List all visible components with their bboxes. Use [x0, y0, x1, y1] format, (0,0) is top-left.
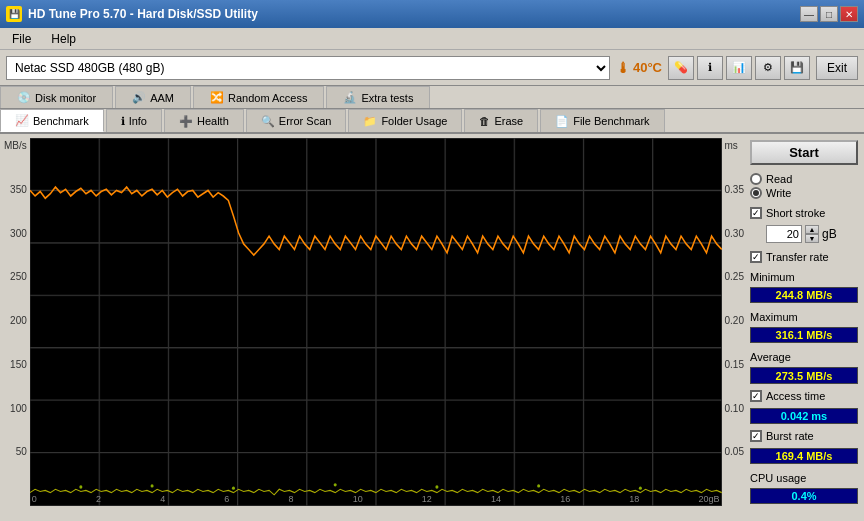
svg-point-23 [435, 485, 438, 488]
read-label: Read [766, 173, 792, 185]
thermometer-icon: 🌡 [616, 60, 630, 76]
stroke-spinner: ▲ ▼ [805, 225, 819, 243]
access-time-label: Access time [766, 390, 825, 402]
bottom-tab-bar: 📈 Benchmark ℹ Info ➕ Health 🔍 Error Scan… [0, 109, 864, 134]
transfer-rate-label: Transfer rate [766, 251, 829, 263]
short-stroke-checkbox[interactable]: ✓ [750, 207, 762, 219]
short-stroke-row[interactable]: ✓ Short stroke [750, 207, 858, 219]
burst-rate-checkbox[interactable]: ✓ [750, 430, 762, 442]
access-time-value: 0.042 ms [750, 408, 858, 424]
svg-point-24 [537, 484, 540, 487]
transfer-rate-checkbox[interactable]: ✓ [750, 251, 762, 263]
info-tab-icon: ℹ [121, 115, 125, 128]
tab-health[interactable]: ➕ Health [164, 109, 244, 132]
aam-icon: 🔊 [132, 91, 146, 104]
health-tab-icon: ➕ [179, 115, 193, 128]
stroke-input[interactable] [766, 225, 802, 243]
close-button[interactable]: ✕ [840, 6, 858, 22]
burst-rate-value: 169.4 MB/s [750, 448, 858, 464]
read-write-group: Read Write [750, 173, 858, 199]
menu-file[interactable]: File [4, 31, 39, 47]
access-time-checkbox[interactable]: ✓ [750, 390, 762, 402]
disk-monitor-icon: 💿 [17, 91, 31, 104]
random-icon: 🔀 [210, 91, 224, 104]
erase-icon: 🗑 [479, 115, 490, 127]
write-label: Write [766, 187, 791, 199]
spinner-up[interactable]: ▲ [805, 225, 819, 234]
info-icon-btn[interactable]: ℹ [697, 56, 723, 80]
write-radio-row[interactable]: Write [750, 187, 858, 199]
tab-info[interactable]: ℹ Info [106, 109, 162, 132]
access-time-row[interactable]: ✓ Access time [750, 390, 858, 402]
y-label-mbs: MB/s [4, 140, 27, 151]
app-title: HD Tune Pro 5.70 - Hard Disk/SSD Utility [28, 7, 258, 21]
top-tab-bar: 💿 Disk monitor 🔊 AAM 🔀 Random Access 🔬 E… [0, 86, 864, 109]
maximize-button[interactable]: □ [820, 6, 838, 22]
benchmark-icon: 📈 [15, 114, 29, 127]
title-bar: 💾 HD Tune Pro 5.70 - Hard Disk/SSD Utili… [0, 0, 864, 28]
tab-aam[interactable]: 🔊 AAM [115, 86, 191, 108]
write-radio[interactable] [750, 187, 762, 199]
menu-help[interactable]: Help [43, 31, 84, 47]
app-icon: 💾 [6, 6, 22, 22]
minimum-value: 244.8 MB/s [750, 287, 858, 303]
minimize-button[interactable]: — [800, 6, 818, 22]
maximum-value: 316.1 MB/s [750, 327, 858, 343]
temperature-value: 40°C [633, 60, 662, 75]
tab-file-benchmark[interactable]: 📄 File Benchmark [540, 109, 664, 132]
start-button[interactable]: Start [750, 140, 858, 165]
drive-select[interactable]: Netac SSD 480GB (480 gB) [6, 56, 610, 80]
benchmark-chart [30, 138, 722, 506]
burst-rate-row[interactable]: ✓ Burst rate [750, 430, 858, 442]
exit-button[interactable]: Exit [816, 56, 858, 80]
window-controls: — □ ✕ [800, 6, 858, 22]
svg-point-20 [150, 484, 153, 487]
tab-error-scan[interactable]: 🔍 Error Scan [246, 109, 347, 132]
temperature-display: 🌡 40°C [616, 60, 662, 76]
svg-point-21 [232, 486, 235, 489]
burst-rate-label: Burst rate [766, 430, 814, 442]
svg-point-22 [333, 483, 336, 486]
read-radio-row[interactable]: Read [750, 173, 858, 185]
tab-erase[interactable]: 🗑 Erase [464, 109, 538, 132]
stroke-input-row: ▲ ▼ gB [766, 225, 858, 243]
minimum-label: Minimum [750, 271, 858, 283]
folder-icon: 📁 [363, 115, 377, 128]
health-icon-btn[interactable]: 💊 [668, 56, 694, 80]
toolbar: Netac SSD 480GB (480 gB) 🌡 40°C 💊 ℹ 📊 ⚙ … [0, 50, 864, 86]
toolbar-icons: 💊 ℹ 📊 ⚙ 💾 [668, 56, 810, 80]
stroke-unit: gB [822, 227, 837, 241]
tab-benchmark[interactable]: 📈 Benchmark [0, 109, 104, 132]
average-value: 273.5 MB/s [750, 367, 858, 383]
error-scan-icon: 🔍 [261, 115, 275, 128]
read-radio[interactable] [750, 173, 762, 185]
tab-extra-tests[interactable]: 🔬 Extra tests [326, 86, 430, 108]
file-bench-icon: 📄 [555, 115, 569, 128]
tab-folder-usage[interactable]: 📁 Folder Usage [348, 109, 462, 132]
save-icon-btn[interactable]: 💾 [784, 56, 810, 80]
cpu-usage-label: CPU usage [750, 472, 858, 484]
maximum-label: Maximum [750, 311, 858, 323]
right-panel: Start Read Write ✓ Short stroke ▲ ▼ gB [744, 134, 864, 510]
chart-icon-btn[interactable]: 📊 [726, 56, 752, 80]
spinner-down[interactable]: ▼ [805, 234, 819, 243]
extra-icon: 🔬 [343, 91, 357, 104]
short-stroke-label: Short stroke [766, 207, 825, 219]
svg-point-19 [79, 485, 82, 488]
y-label-ms: ms [725, 140, 738, 151]
menu-bar: File Help [0, 28, 864, 50]
settings-icon-btn[interactable]: ⚙ [755, 56, 781, 80]
svg-point-25 [639, 486, 642, 489]
tab-random-access[interactable]: 🔀 Random Access [193, 86, 324, 108]
chart-area: 0 2 4 6 8 10 12 14 16 18 20gB [30, 138, 722, 506]
cpu-usage-value: 0.4% [750, 488, 858, 504]
transfer-rate-row[interactable]: ✓ Transfer rate [750, 251, 858, 263]
average-label: Average [750, 351, 858, 363]
tab-disk-monitor[interactable]: 💿 Disk monitor [0, 86, 113, 108]
